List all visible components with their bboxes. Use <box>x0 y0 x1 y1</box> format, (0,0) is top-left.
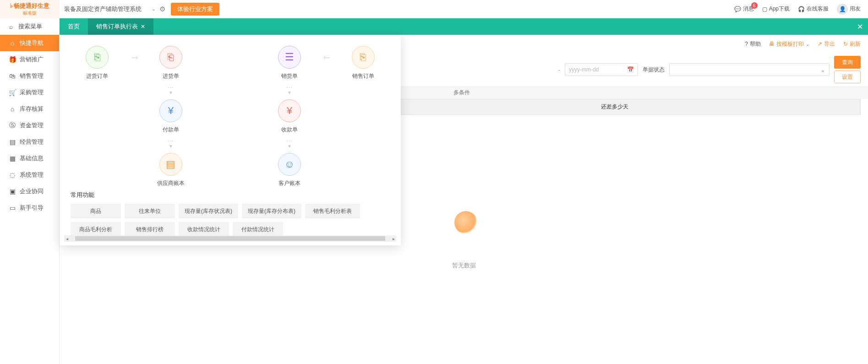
arrow-right-icon: ·····› <box>124 46 144 69</box>
user-menu[interactable]: 👤 用友 <box>837 4 861 15</box>
sidebar-item-marketing[interactable]: 🎁营销推广 <box>0 51 59 68</box>
date-placeholder: yyyy-mm-dd <box>569 66 599 73</box>
arrow-down-icon: ⋮▾ <box>168 85 174 95</box>
quick-btn-product[interactable]: 商品 <box>71 204 121 218</box>
tab-sales-order-exec[interactable]: 销售订单执行表 ✕ <box>88 18 153 35</box>
quick-btn-stock-dist[interactable]: 现存量(库存分布表) <box>242 204 301 218</box>
book-icon: ▭ <box>9 204 16 212</box>
node-label: 进货单 <box>163 72 179 80</box>
box-icon: ⌂ <box>9 105 16 113</box>
system-select[interactable]: 装备及固定资产辅助管理系统 ⌄ <box>64 3 156 16</box>
sidebar-item-label: 销售管理 <box>20 72 44 80</box>
sidebar-item-inventory[interactable]: ⌂库存核算 <box>0 101 59 117</box>
sidebar-item-collab[interactable]: ▣企业协同 <box>0 183 59 200</box>
panel-scrollbar[interactable]: ◂ ▸ <box>64 235 396 242</box>
refresh-icon: ↻ <box>843 41 848 47</box>
close-icon[interactable]: ✕ <box>141 23 145 30</box>
quick-btn-receipt-stat[interactable]: 收款情况统计 <box>179 222 229 237</box>
date-to-input[interactable]: yyyy-mm-dd 📅 <box>565 63 638 76</box>
th[interactable]: 还差多少天 <box>370 99 860 114</box>
print-label: 按模板打印 <box>776 40 804 48</box>
sidebar-item-basic[interactable]: ▦基础信息 <box>0 150 59 167</box>
close-all-tabs-button[interactable]: ✕ <box>852 22 868 31</box>
sidebar-item-label: 快捷导航 <box>20 39 44 47</box>
chevron-down-icon: ⌄ <box>806 42 809 47</box>
list-icon: ▦ <box>9 155 16 162</box>
flow-node-sales[interactable]: ☰ 销货单 ⋮▾ ¥ 收款单 ⋮▾ ☺ 客户账本 <box>263 46 316 187</box>
refresh-label: 刷新 <box>850 40 861 48</box>
logo-icon: ♭ <box>10 2 13 9</box>
payment-icon: ¥ <box>159 99 182 122</box>
industry-plan-button[interactable]: 体验行业方案 <box>171 3 219 16</box>
customer-book-icon: ☺ <box>278 153 301 176</box>
state-select[interactable]: ⌄ <box>669 63 830 76</box>
sidebar-item-guide[interactable]: ▭新手引导 <box>0 200 59 216</box>
quick-btn-product-profit[interactable]: 商品毛利分析 <box>71 222 121 237</box>
home-icon: ⌂ <box>9 39 16 47</box>
headset-icon: 🎧 <box>798 6 805 12</box>
tab-label: 首页 <box>68 22 80 31</box>
bag-icon: 🛍 <box>9 72 16 80</box>
sidebar-item-label: 基础信息 <box>20 154 44 163</box>
scroll-thumb[interactable] <box>75 236 385 241</box>
export-label: 导出 <box>824 40 835 48</box>
doc-in-icon: ⎗ <box>159 46 182 69</box>
search-icon: ⌕ <box>7 23 15 30</box>
gear-icon[interactable]: ⚙ <box>159 5 165 13</box>
quick-btn-stock-status[interactable]: 现存量(库存状况表) <box>179 204 238 218</box>
node-label: 收款单 <box>281 126 298 134</box>
user-name: 用友 <box>850 5 861 13</box>
flow-node-purchase-order[interactable]: ⎘ 进货订单 <box>71 46 124 80</box>
node-label: 客户账本 <box>278 179 300 187</box>
flow-node-sales-order[interactable]: ⎘ 销售订单 <box>337 46 390 80</box>
sidebar-search[interactable]: ⌕ 搜索菜单 <box>0 18 59 35</box>
sync-icon: ◌ <box>9 171 16 179</box>
quick-btn-sales-rank[interactable]: 销售排行榜 <box>125 222 175 237</box>
arrow-down-icon: ⋮▾ <box>286 138 293 148</box>
sidebar-item-label: 系统管理 <box>20 171 44 179</box>
empty-text: 暂无数据 <box>452 261 476 270</box>
chat-icon: 💬 <box>734 6 741 12</box>
messages-button[interactable]: 💬 消息 6 <box>734 5 754 13</box>
more-label: 多条件 <box>453 89 470 97</box>
refresh-button[interactable]: ↻刷新 <box>843 40 861 48</box>
sidebar-item-finance[interactable]: Ⓢ资金管理 <box>0 117 59 134</box>
app-download-button[interactable]: ▢ App下载 <box>762 5 790 13</box>
logo-text: 畅捷通好生意 <box>14 2 49 10</box>
help-label: 帮助 <box>750 40 761 48</box>
sidebar-item-quicknav[interactable]: ⌂快捷导航 <box>0 35 59 51</box>
sidebar-item-system[interactable]: ◌系统管理 <box>0 167 59 183</box>
sidebar-item-label: 营销推广 <box>20 55 44 64</box>
quick-btn-sales-profit[interactable]: 销售毛利分析表 <box>305 204 360 218</box>
export-button[interactable]: ↗导出 <box>818 40 835 48</box>
quick-grid: 商品 往来单位 现存量(库存状况表) 现存量(库存分布表) 销售毛利分析表 商品… <box>71 204 390 237</box>
doc-arrow-icon: ⎘ <box>86 46 109 69</box>
quick-title: 常用功能 <box>71 191 390 199</box>
setting-button[interactable]: 设置 <box>834 71 861 83</box>
help-button[interactable]: ?帮助 <box>745 40 761 48</box>
sidebar-item-label: 经营管理 <box>20 138 44 146</box>
logo: ♭畅捷通好生意 标准版 <box>0 0 60 18</box>
chart-icon: ▤ <box>9 138 16 146</box>
avatar-icon: 👤 <box>837 4 848 15</box>
receipt-icon: ¥ <box>278 99 301 122</box>
quick-btn-payment-stat[interactable]: 付款情况统计 <box>233 222 283 237</box>
print-icon: 🖶 <box>769 41 775 47</box>
tab-home[interactable]: 首页 <box>60 18 88 35</box>
sidebar-item-sales[interactable]: 🛍销售管理 <box>0 68 59 84</box>
print-template-button[interactable]: 🖶按模板打印⌄ <box>769 40 809 48</box>
state-label: 单据状态 <box>643 66 665 74</box>
sidebar-item-purchase[interactable]: 🛒采购管理 <box>0 84 59 101</box>
scroll-left-icon[interactable]: ◂ <box>64 236 70 241</box>
quick-btn-contact[interactable]: 往来单位 <box>125 204 175 218</box>
help-icon: ? <box>745 41 748 47</box>
tab-label: 销售订单执行表 <box>96 22 138 31</box>
logo-sub: 标准版 <box>23 10 37 16</box>
scroll-right-icon[interactable]: ▸ <box>391 236 396 241</box>
flow-node-purchase[interactable]: ⎗ 进货单 ⋮▾ ¥ 付款单 ⋮▾ ▤ 供应商账本 <box>144 46 197 187</box>
chevron-down-icon: ⌄ <box>152 6 156 12</box>
online-service-button[interactable]: 🎧 在线客服 <box>798 5 829 13</box>
sidebar-item-operation[interactable]: ▤经营管理 <box>0 134 59 150</box>
quicknav-panel: ⎘ 进货订单 ·····› ⎗ 进货单 ⋮▾ ¥ 付款单 ⋮▾ ▤ 供应商账本 … <box>60 35 401 245</box>
query-button[interactable]: 查询 <box>834 56 861 69</box>
